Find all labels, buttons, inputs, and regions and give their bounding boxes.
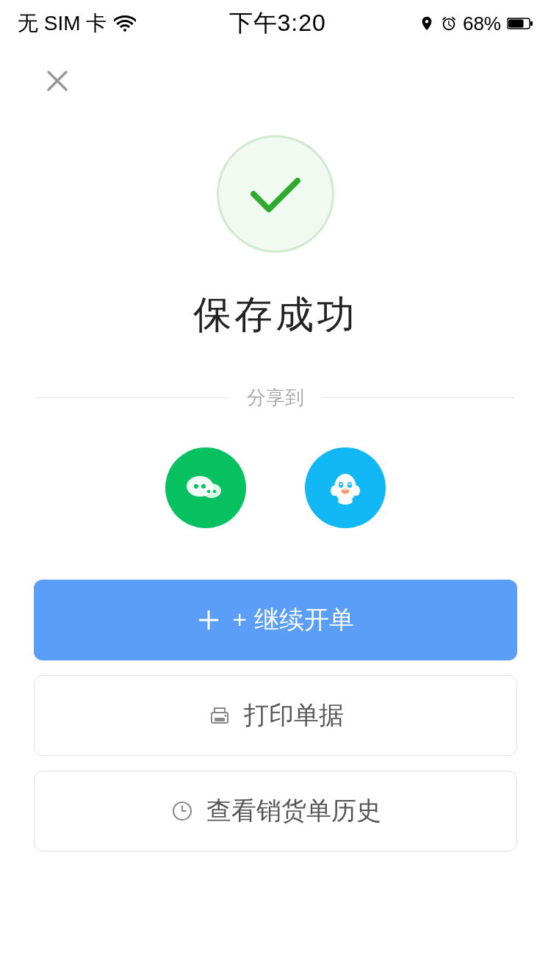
print-button[interactable]: 打印单据 xyxy=(34,675,517,756)
share-section: 分享到 xyxy=(0,385,551,528)
svg-point-19 xyxy=(338,497,353,505)
close-button[interactable] xyxy=(35,59,79,103)
status-bar: 无 SIM 卡 下午3:20 68% xyxy=(0,0,551,47)
svg-point-10 xyxy=(213,490,216,493)
svg-point-18 xyxy=(353,486,360,496)
divider-label: 分享到 xyxy=(229,385,322,411)
svg-point-7 xyxy=(194,484,198,489)
sim-status: 无 SIM 卡 xyxy=(18,10,107,37)
svg-point-9 xyxy=(207,490,210,493)
action-buttons: + 继续开单 打印单据 查看销货单历史 xyxy=(0,580,551,851)
svg-point-17 xyxy=(331,486,338,496)
history-icon xyxy=(170,799,195,824)
continue-order-label: + 继续开单 xyxy=(232,603,353,637)
divider-left xyxy=(37,397,229,398)
svg-point-16 xyxy=(341,489,350,494)
svg-rect-23 xyxy=(215,718,225,721)
svg-point-15 xyxy=(349,483,351,486)
print-label: 打印单据 xyxy=(244,699,344,732)
location-icon xyxy=(419,15,435,32)
wifi-icon xyxy=(114,15,136,32)
share-qq-button[interactable] xyxy=(305,447,386,528)
history-button[interactable]: 查看销货单历史 xyxy=(34,771,517,851)
status-bar-left: 无 SIM 卡 xyxy=(18,10,136,37)
history-label: 查看销货单历史 xyxy=(206,794,381,828)
battery-icon xyxy=(507,17,533,30)
qq-icon xyxy=(322,464,369,511)
share-wechat-button[interactable] xyxy=(165,447,246,528)
share-icons-row xyxy=(165,447,386,528)
printer-icon xyxy=(207,703,232,728)
divider-row: 分享到 xyxy=(0,385,551,411)
svg-rect-1 xyxy=(530,21,533,26)
checkmark-icon xyxy=(242,161,309,227)
plus-icon xyxy=(197,608,220,632)
status-bar-time: 下午3:20 xyxy=(229,7,326,40)
status-bar-right: 68% xyxy=(419,12,533,35)
svg-point-14 xyxy=(340,483,342,486)
wechat-icon xyxy=(182,464,229,511)
svg-rect-2 xyxy=(508,20,523,28)
svg-point-8 xyxy=(201,484,206,489)
continue-order-button[interactable]: + 继续开单 xyxy=(34,580,517,660)
success-icon-circle xyxy=(217,135,334,253)
main-content: 保存成功 分享到 xyxy=(0,47,551,851)
svg-point-24 xyxy=(225,715,227,717)
alarm-icon xyxy=(441,15,457,32)
success-title: 保存成功 xyxy=(193,289,358,341)
divider-right xyxy=(322,397,514,398)
battery-percentage: 68% xyxy=(463,12,501,35)
